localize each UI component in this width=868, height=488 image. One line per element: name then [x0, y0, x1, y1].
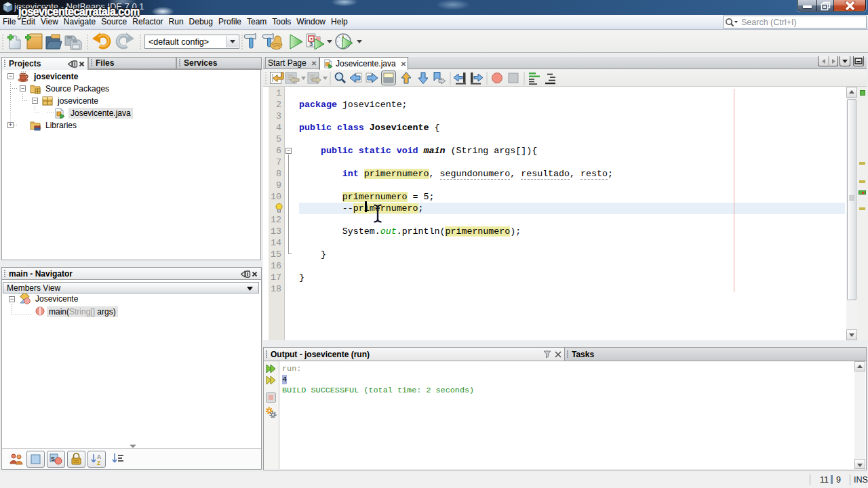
svg-text:Z: Z: [97, 460, 100, 466]
svg-text:S: S: [51, 455, 55, 462]
svg-text:3: 3: [309, 40, 313, 47]
